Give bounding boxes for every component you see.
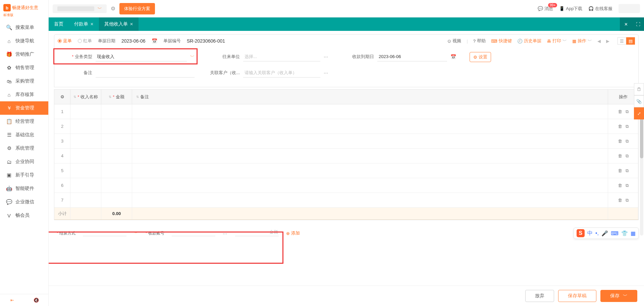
- delete-icon[interactable]: 🗑: [618, 183, 622, 188]
- table-row[interactable]: 5🗑⧉: [54, 163, 638, 178]
- settings-icon[interactable]: ⚙: [111, 5, 115, 12]
- cell-income-name[interactable]: [70, 134, 101, 148]
- col-income-name[interactable]: ⇅收入名称: [70, 90, 101, 104]
- cell-amount[interactable]: [101, 149, 132, 163]
- copy-icon[interactable]: ⧉: [626, 124, 629, 129]
- nav-baseinfo[interactable]: ☰基础信息: [0, 128, 48, 142]
- ime-keyboard-icon[interactable]: ⌨: [611, 230, 619, 237]
- close-icon[interactable]: ✕: [130, 22, 133, 27]
- remark-input[interactable]: [96, 68, 195, 78]
- table-row[interactable]: 6🗑⧉: [54, 178, 638, 193]
- nav-marketing[interactable]: 🎁营销推广: [0, 48, 48, 61]
- nav-collab[interactable]: 🗂企业协同: [0, 155, 48, 168]
- nav-guide[interactable]: ▣新手引导: [0, 168, 48, 182]
- cell-remark[interactable]: [132, 149, 608, 163]
- close-all-icon[interactable]: ✕: [620, 17, 632, 31]
- nav-funds[interactable]: ￥资金管理: [0, 101, 48, 115]
- shortcut-link[interactable]: ⌨快捷键: [491, 38, 512, 44]
- settle-method-input[interactable]: [83, 228, 126, 236]
- more-icon[interactable]: ⋯: [223, 231, 228, 236]
- cell-income-name[interactable]: [70, 163, 101, 178]
- cell-remark[interactable]: [132, 119, 608, 134]
- sound-icon[interactable]: 🔇: [24, 294, 48, 306]
- view-list-icon[interactable]: ☰: [618, 37, 626, 45]
- nav-member[interactable]: V畅会员: [0, 209, 48, 222]
- prev-icon[interactable]: ◀: [597, 39, 601, 44]
- ime-skin-icon[interactable]: 👕: [621, 230, 628, 237]
- ime-mic-icon[interactable]: 🎤: [601, 230, 608, 237]
- delete-icon[interactable]: 🗑: [618, 124, 622, 129]
- cell-income-name[interactable]: [70, 178, 101, 193]
- cell-income-name[interactable]: [70, 119, 101, 134]
- cell-income-name[interactable]: [70, 104, 101, 119]
- nav-wework[interactable]: 💬企业微信: [0, 195, 48, 209]
- ime-punct-icon[interactable]: •,: [595, 230, 599, 236]
- nav-hardware[interactable]: 🤖智能硬件: [0, 182, 48, 195]
- ime-lang[interactable]: 中: [587, 230, 593, 237]
- copy-icon[interactable]: ⧉: [626, 153, 629, 159]
- doc-date-value[interactable]: 2023-06-06: [121, 38, 146, 44]
- radio-blue[interactable]: 蓝单: [58, 38, 72, 44]
- cell-remark[interactable]: [132, 178, 608, 193]
- more-icon[interactable]: ⋯: [324, 54, 329, 59]
- cell-amount[interactable]: [101, 178, 132, 193]
- col-amount[interactable]: ⇅金额: [101, 90, 132, 104]
- copy-icon[interactable]: ⧉: [626, 198, 629, 203]
- note-icon[interactable]: 🗒: [634, 83, 644, 95]
- attach-icon[interactable]: 📎: [634, 95, 644, 107]
- ops-link[interactable]: ▦操作﹀: [572, 38, 592, 44]
- calendar-icon[interactable]: 📅: [450, 54, 456, 59]
- delete-icon[interactable]: 🗑: [618, 168, 622, 173]
- tab-other-income[interactable]: 其他收入单✕: [99, 17, 139, 31]
- cell-amount[interactable]: [101, 134, 132, 148]
- col-remark[interactable]: ⇅备注: [132, 90, 608, 104]
- user-avatar[interactable]: [619, 4, 640, 13]
- copy-icon[interactable]: ⧉: [626, 139, 629, 144]
- view-card-icon[interactable]: ▤: [626, 37, 635, 45]
- party-input[interactable]: [243, 52, 320, 61]
- trial-button[interactable]: 体验行业方案: [119, 3, 155, 14]
- receipt-account-input[interactable]: [172, 228, 215, 236]
- table-row[interactable]: 2🗑⧉: [54, 119, 638, 134]
- save-button[interactable]: 保存﹀: [600, 290, 637, 302]
- copy-icon[interactable]: ⧉: [626, 168, 629, 173]
- app-download[interactable]: 📱App下载: [559, 6, 582, 12]
- settings-button[interactable]: ⚙设置: [470, 52, 491, 62]
- delete-icon[interactable]: 🗑: [618, 153, 622, 158]
- copy-icon[interactable]: ⧉: [626, 183, 629, 188]
- biz-type-input[interactable]: [96, 52, 187, 61]
- table-row[interactable]: 1🗑⧉: [54, 104, 638, 119]
- print-link[interactable]: 🖶打印﹀: [547, 38, 567, 44]
- nav-system[interactable]: ⚙系统管理: [0, 142, 48, 155]
- table-row[interactable]: 7🗑⧉: [54, 193, 638, 208]
- org-selector[interactable]: ﹀: [53, 4, 107, 13]
- collapse-icon[interactable]: ⇤: [0, 294, 24, 306]
- help-link[interactable]: ?帮助: [473, 38, 486, 44]
- radio-red[interactable]: 红单: [78, 38, 92, 44]
- close-icon[interactable]: ✕: [90, 22, 94, 27]
- tab-payment[interactable]: 付款单✕: [69, 17, 99, 31]
- cell-remark[interactable]: [132, 104, 608, 119]
- nav-search[interactable]: 🔍搜索菜单: [0, 21, 48, 34]
- cell-amount[interactable]: [101, 104, 132, 119]
- add-settle-button[interactable]: ⊕添加: [286, 230, 300, 236]
- delete-icon[interactable]: 🗑: [618, 109, 622, 114]
- chevron-down-icon[interactable]: ﹀: [134, 230, 138, 236]
- tab-home[interactable]: 首页: [49, 17, 69, 31]
- discard-button[interactable]: 放弃: [525, 290, 554, 302]
- history-link[interactable]: 🕘历史单据: [517, 38, 541, 44]
- copy-icon[interactable]: ⧉: [626, 109, 629, 114]
- scrollbar-thumb[interactable]: [640, 115, 643, 158]
- calendar-icon[interactable]: 📅: [152, 38, 157, 44]
- chevron-down-icon[interactable]: ﹀: [190, 54, 195, 60]
- cell-amount[interactable]: [101, 163, 132, 178]
- cell-amount[interactable]: [101, 119, 132, 134]
- nav-sales[interactable]: ✿销售管理: [0, 61, 48, 74]
- cell-remark[interactable]: [132, 163, 608, 178]
- nav-business[interactable]: 📋经营管理: [0, 115, 48, 128]
- nav-inventory[interactable]: ⌂库存核算: [0, 88, 48, 101]
- cell-income-name[interactable]: [70, 149, 101, 163]
- save-draft-button[interactable]: 保存草稿: [558, 290, 596, 302]
- scrollbar[interactable]: [640, 115, 643, 236]
- customer-service[interactable]: 🎧在线客服: [588, 6, 612, 12]
